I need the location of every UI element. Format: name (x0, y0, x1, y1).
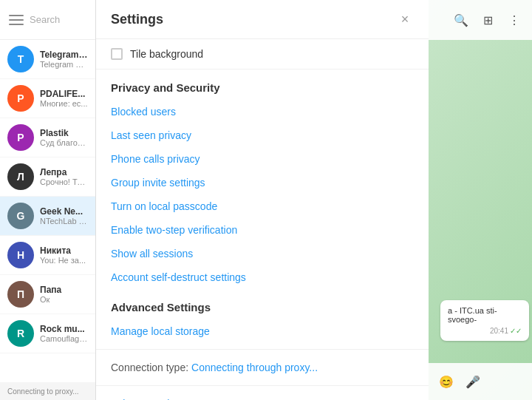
sidebar-item-papa[interactable]: П Папа Ок (0, 275, 95, 314)
chat-bubble: а - ITC.ua sti-svoego- 20:41 ✓✓ (440, 300, 529, 341)
link-blocked-users[interactable]: Blocked users (96, 100, 429, 123)
avatar-telegram: T (7, 46, 34, 72)
layout-icon[interactable]: ⊞ (477, 10, 498, 30)
chat-input-bar: 😊 🎤 (429, 363, 532, 400)
chat-preview-plastik: Суд благос... (40, 138, 88, 147)
hamburger-menu-icon[interactable] (9, 15, 24, 25)
row-value-connection-type[interactable]: Connecting through proxy... (191, 362, 318, 373)
avatar-pdalife: P (7, 85, 34, 112)
sidebar: Search T Telegram 🔵 Telegram De... P PDA… (0, 0, 96, 400)
link-ask-a-question[interactable]: Ask a Question (96, 392, 429, 400)
tile-bg-checkbox[interactable] (111, 48, 123, 60)
bubble-time: 20:41 (490, 327, 508, 335)
row-label-connection-type: Connection type: (111, 362, 188, 373)
dialog-content: Tile background Privacy and SecurityBloc… (96, 39, 429, 400)
chat-name-geekne: Geek Ne... (40, 206, 88, 217)
link-group-invite-settings[interactable]: Group invite settings (96, 171, 429, 194)
sidebar-item-rock[interactable]: R Rock mu... Camouflage... (0, 314, 95, 353)
sidebar-item-nikita[interactable]: Н Никита You: Не за... (0, 236, 95, 275)
chat-info-plastik: Plastik Суд благос... (40, 128, 88, 147)
chat-name-plastik: Plastik (40, 128, 88, 138)
link-manage-local-storage[interactable]: Manage local storage (96, 319, 429, 343)
chat-name-pdalife: PDALIFE... (40, 89, 88, 99)
chat-name-telegram: Telegram 🔵 (40, 50, 88, 60)
link-phone-calls-privacy[interactable]: Phone calls privacy (96, 147, 429, 171)
chat-info-pdalife: PDALIFE... Многие: ес... (40, 89, 88, 108)
microphone-icon[interactable]: 🎤 (463, 371, 483, 392)
sidebar-item-plastik[interactable]: P Plastik Суд благос... (0, 118, 95, 157)
divider2-1 (96, 385, 429, 386)
chat-name-nikita: Никита (40, 245, 88, 256)
chat-info-geekne: Geek Ne... NTechLab н... (40, 206, 88, 226)
link-turn-on-local-passcode[interactable]: Turn on local passcode (96, 194, 429, 218)
sidebar-header: Search (0, 0, 95, 40)
chat-name-lepra: Лепра (40, 167, 88, 177)
sidebar-item-lepra[interactable]: Л Лепра Срочно! Та... (0, 157, 95, 197)
dialog-header: Settings × (96, 0, 429, 39)
avatar-geekne: G (7, 203, 34, 229)
sidebar-item-geekne[interactable]: G Geek Ne... NTechLab н... (0, 197, 95, 236)
dialog-sections: Privacy and SecurityBlocked usersLast se… (96, 70, 429, 400)
tile-bg-label: Tile background (130, 48, 203, 60)
chat-info-nikita: Никита You: Не за... (40, 245, 88, 265)
emoji-icon[interactable]: 😊 (436, 371, 457, 392)
sidebar-item-pdalife[interactable]: P PDALIFE... Многие: ес... (0, 79, 95, 118)
chat-name-papa: Папа (40, 285, 88, 295)
link-last-seen-privacy[interactable]: Last seen privacy (96, 123, 429, 147)
sidebar-chat-list: T Telegram 🔵 Telegram De... P PDALIFE...… (0, 40, 95, 353)
section-divider-1 (96, 349, 429, 350)
section-title-1: Advanced Settings (96, 289, 429, 319)
search-icon[interactable]: 🔍 (451, 10, 471, 30)
chat-panel-header: 🔍 ⊞ ⋮ (429, 0, 532, 40)
section-title-0: Privacy and Security (96, 70, 429, 100)
chat-panel: 🔍 ⊞ ⋮ а - ITC.ua sti-svoego- 20:41 ✓✓ 😊 … (429, 0, 532, 400)
avatar-rock: R (7, 320, 34, 347)
chat-info-lepra: Лепра Срочно! Та... (40, 167, 88, 186)
bubble-text: а - ITC.ua sti-svoego- (448, 306, 497, 324)
dialog-title: Settings (111, 12, 163, 27)
chat-preview-lepra: Срочно! Та... (40, 177, 88, 186)
link-enable-two-step-verification[interactable]: Enable two-step verification (96, 218, 429, 242)
chat-name-rock: Rock mu... (40, 324, 88, 334)
sidebar-search-label[interactable]: Search (30, 14, 60, 25)
close-button[interactable]: × (396, 10, 414, 28)
tile-background-row: Tile background (96, 39, 429, 70)
chat-preview-rock: Camouflage... (40, 334, 88, 343)
chat-info-papa: Папа Ок (40, 285, 88, 304)
link-show-all-sessions[interactable]: Show all sessions (96, 242, 429, 265)
chat-preview-papa: Ок (40, 295, 88, 304)
chat-preview-nikita: You: Не за... (40, 256, 88, 265)
settings-dialog: Settings × Tile background Privacy and S… (96, 0, 429, 400)
avatar-lepra: Л (7, 163, 34, 190)
sidebar-item-telegram[interactable]: T Telegram 🔵 Telegram De... (0, 40, 95, 79)
chat-info-telegram: Telegram 🔵 Telegram De... (40, 50, 88, 69)
avatar-nikita: Н (7, 242, 34, 268)
avatar-papa: П (7, 281, 34, 308)
chat-preview-telegram: Telegram De... (40, 60, 88, 69)
more-options-icon[interactable]: ⋮ (504, 10, 525, 30)
link-account-self-destruct-settings[interactable]: Account self-destruct settings (96, 265, 429, 289)
chat-info-rock: Rock mu... Camouflage... (40, 324, 88, 343)
bubble-check: ✓✓ (510, 327, 522, 335)
chat-preview-pdalife: Многие: ес... (40, 99, 88, 108)
row-connection-type: Connection type: Connecting through prox… (96, 356, 429, 379)
bubble-time-row: 20:41 ✓✓ (448, 327, 522, 335)
sidebar-status: Connecting to proxy... (0, 382, 95, 400)
avatar-plastik: P (7, 124, 34, 151)
chat-preview-geekne: NTechLab н... (40, 217, 88, 226)
